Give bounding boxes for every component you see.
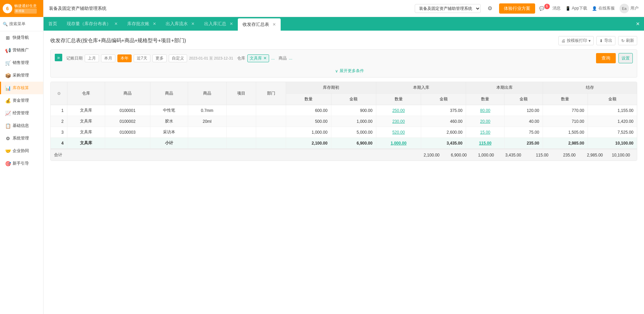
table-cell-link[interactable]: 520.00 bbox=[376, 127, 421, 138]
expand-more-button[interactable]: ∨ 展开更多条件 bbox=[335, 68, 364, 74]
tab-close-icon[interactable]: ✕ bbox=[273, 22, 276, 27]
warehouse-more-button[interactable]: ... bbox=[271, 56, 275, 61]
page-title: 收发存汇总表(按仓库+商品编码+商品+规格型号+项目+部门) bbox=[50, 37, 186, 44]
sidebar-item-label: 基础信息 bbox=[13, 123, 29, 129]
table-cell-link[interactable]: 115.00 bbox=[466, 138, 505, 149]
query-button[interactable]: 查询 bbox=[596, 53, 616, 63]
sidebar-item-marketing[interactable]: 📢 营销推广 bbox=[0, 44, 43, 56]
refresh-button[interactable]: ↻ 刷新 bbox=[618, 36, 637, 45]
tab-inout-summary-label: 出入库汇总 bbox=[204, 21, 226, 27]
table-cell-link[interactable]: 1,000.00 bbox=[376, 138, 421, 149]
tab-close-icon[interactable]: ✕ bbox=[230, 21, 233, 26]
sidebar-item-basic-info[interactable]: 📋 基础信息 bbox=[0, 119, 43, 132]
table-cell: 460.00 bbox=[421, 116, 466, 127]
sidebar-item-finance[interactable]: 💰 资金管理 bbox=[0, 94, 43, 107]
table-cell-link[interactable]: 230.00 bbox=[376, 116, 421, 127]
trial-button[interactable]: 体验行业方案 bbox=[499, 3, 535, 14]
sidebar-item-label: 资金管理 bbox=[13, 98, 29, 103]
search-menu-button[interactable]: 🔍 搜索菜单 bbox=[3, 20, 40, 28]
th-name: 商品 bbox=[150, 82, 188, 105]
table-cell bbox=[188, 127, 226, 138]
tab-batch[interactable]: 库存批次账 ✕ bbox=[122, 17, 161, 31]
warehouse-tag[interactable]: 文具库 ✕ bbox=[247, 54, 269, 62]
th-closing-qty: 数量 bbox=[543, 94, 588, 105]
tab-close-icon[interactable]: ✕ bbox=[191, 21, 195, 26]
inventory-icon: 📊 bbox=[5, 85, 11, 91]
date-btn-last-month[interactable]: 上月 bbox=[85, 54, 99, 62]
export-button[interactable]: ⬇ 导出 bbox=[596, 36, 615, 45]
tab-receive-summary[interactable]: 收发存汇总表 ✕ bbox=[238, 18, 281, 31]
footer-in-amt: 3,435.00 bbox=[497, 153, 525, 158]
th-spec: 商品 bbox=[188, 82, 226, 105]
sidebar-item-operations[interactable]: 📈 经营管理 bbox=[0, 107, 43, 119]
product-more-button[interactable]: ... bbox=[289, 56, 292, 61]
sidebar-item-sales[interactable]: 🛒 销售管理 bbox=[0, 56, 43, 69]
date-btn-this-year[interactable]: 本年 bbox=[117, 54, 132, 62]
th-opening-qty: 数量 bbox=[286, 94, 331, 105]
page-actions: 🖨 按模板打印 ▾ ⬇ 导出 ↻ 刷新 bbox=[558, 36, 637, 45]
table-footer: 合计 2,100.00 6,900.00 1,000.00 3,435.00 1… bbox=[51, 149, 637, 161]
sidebar-search-section: 🔍 搜索菜单 bbox=[0, 17, 43, 31]
th-closing-group: 结存 bbox=[543, 82, 637, 94]
logo-badge: 标准版 bbox=[14, 9, 37, 14]
table-cell: 5,000.00 bbox=[331, 127, 376, 138]
warehouse-tag-close-icon[interactable]: ✕ bbox=[263, 56, 267, 61]
filter-expand-button[interactable]: » bbox=[55, 54, 62, 61]
avatar: Ea bbox=[620, 4, 629, 13]
sidebar-nav: ⊞ 快捷导航 📢 营销推广 🛒 销售管理 📦 采购管理 📊 库存核算 💰 资金管… bbox=[0, 31, 43, 170]
tab-inout-flow[interactable]: 出入库流水 ✕ bbox=[161, 17, 199, 31]
th-opening-amt: 金额 bbox=[331, 94, 376, 105]
tab-home[interactable]: 首页 bbox=[44, 17, 62, 31]
table-row: 2文具库0100002胶水20ml500.001,000.00230.00460… bbox=[51, 116, 637, 127]
tabbar-close-button[interactable]: ✕ bbox=[632, 21, 644, 27]
date-btn-7days[interactable]: 近7天 bbox=[134, 54, 150, 62]
settings-link-button[interactable]: 设置 bbox=[618, 53, 633, 63]
tab-inout-summary[interactable]: 出入库汇总 ✕ bbox=[199, 17, 238, 31]
sidebar-item-inventory[interactable]: 📊 库存核算 bbox=[0, 82, 43, 94]
topbar: 装备及固定资产辅助管理系统 装备及固定资产辅助管理系统 ⚙ 体验行业方案 💬 6… bbox=[44, 0, 644, 17]
date-btn-custom[interactable]: 自定义 bbox=[169, 54, 187, 62]
gear-icon[interactable]: ⚙ bbox=[485, 3, 495, 14]
table-cell: 7,525.00 bbox=[588, 127, 637, 138]
table-cell-link[interactable]: 80.00 bbox=[466, 105, 505, 116]
table-cell-link[interactable]: 15.00 bbox=[466, 127, 505, 138]
sidebar-item-purchase[interactable]: 📦 采购管理 bbox=[0, 69, 43, 82]
finance-icon: 💰 bbox=[5, 98, 11, 103]
tab-receive-summary-label: 收发存汇总表 bbox=[243, 21, 269, 28]
tab-close-icon[interactable]: ✕ bbox=[153, 21, 156, 26]
search-menu-label: 搜索菜单 bbox=[9, 21, 26, 27]
print-button[interactable]: 🖨 按模板打印 ▾ bbox=[558, 36, 594, 45]
table-cell-link[interactable]: 20.00 bbox=[466, 116, 505, 127]
column-settings-icon[interactable]: ⚙ bbox=[54, 89, 64, 98]
table-cell-link[interactable]: 250.00 bbox=[376, 105, 421, 116]
date-label: 记账日期 bbox=[66, 55, 83, 61]
table-row: 3文具库0100003采访本1,000.005,000.00520.002,60… bbox=[51, 127, 637, 138]
tab-close-icon[interactable]: ✕ bbox=[114, 21, 118, 26]
sidebar-logo: 6 畅捷通好生意 标准版 bbox=[0, 0, 43, 17]
table-cell bbox=[256, 105, 286, 116]
user-item[interactable]: Ea 用户 bbox=[620, 4, 639, 13]
table-cell: 10,100.00 bbox=[588, 138, 637, 149]
table-cell bbox=[256, 127, 286, 138]
footer-spacer5 bbox=[395, 153, 416, 158]
table-cell: 120.00 bbox=[505, 105, 543, 116]
date-range-text: 2023-01-01 至 2023-12-31 bbox=[189, 56, 233, 61]
table-cell: 文具库 bbox=[67, 116, 105, 127]
sidebar-item-newbie[interactable]: 🎯 新手引导 bbox=[0, 157, 43, 170]
system-icon: ⚙ bbox=[5, 136, 11, 141]
system-select[interactable]: 装备及固定资产辅助管理系统 bbox=[415, 4, 481, 13]
sidebar-item-quick-nav[interactable]: ⊞ 快捷导航 bbox=[0, 31, 43, 44]
tab-home-label: 首页 bbox=[48, 21, 57, 27]
sidebar-item-system[interactable]: ⚙ 系统管理 bbox=[0, 132, 43, 145]
table-cell bbox=[188, 138, 226, 149]
table-cell bbox=[105, 138, 150, 149]
tab-inventory-dist[interactable]: 现存量（库存分布表） ✕ bbox=[62, 17, 122, 31]
date-btn-more[interactable]: 更多 bbox=[152, 54, 167, 62]
message-item[interactable]: 💬 6 消息 bbox=[539, 5, 561, 11]
table-cell bbox=[226, 138, 256, 149]
online-service-item[interactable]: 👤 在线客服 bbox=[592, 5, 615, 11]
sidebar-item-enterprise[interactable]: 🤝 企业协同 bbox=[0, 145, 43, 157]
date-btn-this-month[interactable]: 本月 bbox=[101, 54, 115, 62]
app-download-item[interactable]: 📱 App下载 bbox=[565, 5, 587, 11]
table-cell: 0100002 bbox=[105, 116, 150, 127]
